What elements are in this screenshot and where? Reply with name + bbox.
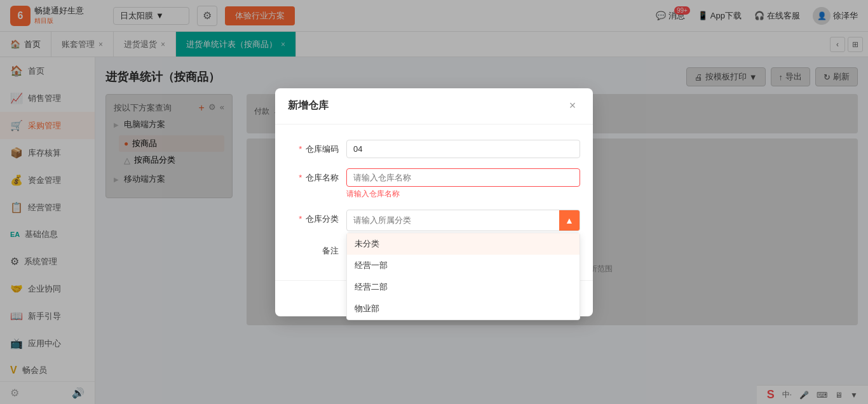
category-option-dept2[interactable]: 经营二部 bbox=[347, 276, 580, 298]
category-option-dept1[interactable]: 经营一部 bbox=[347, 255, 580, 276]
new-warehouse-modal: 新增仓库 × 仓库编码 仓库名称 请输入仓库名称 bbox=[275, 88, 593, 316]
warehouse-code-input[interactable] bbox=[346, 140, 580, 158]
warehouse-code-label: 仓库编码 bbox=[288, 140, 339, 155]
warehouse-note-label: 备注 bbox=[288, 241, 339, 257]
category-option-uncategorized[interactable]: 未分类 bbox=[347, 233, 580, 255]
category-dropdown: ▲ 未分类 经营一部 经营二部 物业部 bbox=[346, 210, 580, 231]
modal-title: 新增仓库 bbox=[288, 99, 329, 112]
category-dropdown-arrow[interactable]: ▲ bbox=[559, 210, 580, 231]
modal-close-btn[interactable]: × bbox=[565, 98, 580, 114]
category-input-row: ▲ bbox=[346, 210, 580, 231]
category-input[interactable] bbox=[347, 212, 559, 229]
modal-body: 仓库编码 仓库名称 请输入仓库名称 仓库分类 bbox=[275, 125, 593, 280]
warehouse-category-row: 仓库分类 ▲ 未分类 经营一部 经营二部 物业部 bbox=[288, 210, 580, 231]
category-option-dept3[interactable]: 物业部 bbox=[347, 298, 580, 320]
warehouse-category-field: ▲ 未分类 经营一部 经营二部 物业部 bbox=[346, 210, 580, 231]
warehouse-code-row: 仓库编码 bbox=[288, 140, 580, 158]
warehouse-code-field bbox=[346, 140, 580, 158]
warehouse-name-label: 仓库名称 bbox=[288, 168, 339, 184]
modal-overlay: 新增仓库 × 仓库编码 仓库名称 请输入仓库名称 bbox=[0, 0, 868, 404]
warehouse-name-error: 请输入仓库名称 bbox=[346, 189, 580, 199]
modal-header: 新增仓库 × bbox=[275, 88, 593, 125]
warehouse-name-field: 请输入仓库名称 bbox=[346, 168, 580, 199]
warehouse-category-label: 仓库分类 bbox=[288, 210, 339, 225]
category-dropdown-list: 未分类 经营一部 经营二部 物业部 bbox=[346, 232, 580, 320]
warehouse-name-row: 仓库名称 请输入仓库名称 bbox=[288, 168, 580, 199]
warehouse-name-input[interactable] bbox=[346, 168, 580, 187]
